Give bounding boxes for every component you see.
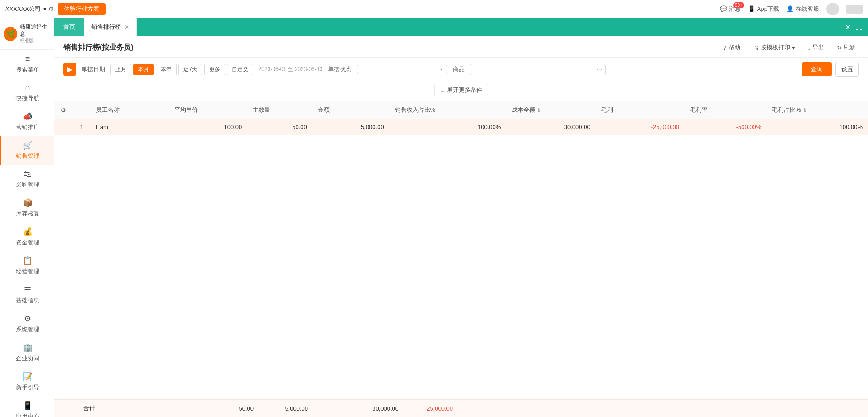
date-btn-more[interactable]: 更多 (204, 64, 225, 75)
cost-info-icon[interactable]: ℹ (538, 107, 540, 113)
filter-expand-arrow[interactable]: ▶ (63, 63, 76, 76)
table-footer: 合计 50.00 5,000.00 30,000.00 -25,000.00 (54, 399, 868, 417)
status-label: 单据状态 (328, 65, 351, 73)
online-service-btn[interactable]: 👤 在线客服 (786, 5, 819, 13)
date-btn-this-year[interactable]: 本年 (156, 64, 177, 75)
date-btn-last-month[interactable]: 上月 (110, 64, 131, 75)
tab-bar: 首页 销售排行榜 ✕ ✕ ⛶ (54, 18, 868, 36)
filter-row-1: ▶ 单据日期 上月 本月 本年 近7天 更多 自定义 2023-06-01 至 … (63, 62, 859, 77)
quick-nav-icon: ⌂ (25, 83, 30, 92)
tab-home[interactable]: 首页 (54, 18, 84, 36)
basic-info-icon: ☰ (24, 285, 31, 295)
date-btn-custom[interactable]: 自定义 (227, 64, 253, 75)
app-download-btn[interactable]: 📱 App下载 (748, 5, 779, 13)
col-settings[interactable]: ⚙ (54, 101, 72, 119)
print-dropdown-icon: ▾ (792, 44, 795, 51)
sidebar-item-enterprise[interactable]: 🏢 企业协同 (0, 338, 54, 367)
print-btn[interactable]: 🖨 按模板打印 ▾ (749, 42, 799, 53)
sidebar-item-label: 库存核算 (16, 210, 39, 218)
sidebar-item-label: 营销推广 (16, 123, 39, 131)
sidebar-item-marketing[interactable]: 📣 营销推广 (0, 107, 54, 136)
cell-settings (54, 119, 72, 135)
gross-pct-info-icon[interactable]: ℹ (804, 107, 806, 113)
sidebar-item-inventory[interactable]: 📦 库存核算 (0, 193, 54, 222)
refresh-icon: ↻ (837, 44, 842, 51)
sidebar-item-quick-nav[interactable]: ⌂ 快捷导航 (0, 78, 54, 107)
footer-cost: 30,000.00 (350, 405, 404, 412)
cell-rank: 1 (72, 119, 91, 135)
search-order-icon: ≡ (25, 54, 30, 64)
sidebar-item-system[interactable]: ⚙ 系统管理 (0, 309, 54, 338)
sidebar-item-basic-info[interactable]: ☰ 基础信息 (0, 280, 54, 309)
guide-icon: 📝 (23, 372, 33, 382)
date-btn-this-month[interactable]: 本月 (133, 64, 154, 75)
company-dropdown-icon: ▾ (43, 5, 47, 12)
footer-label: 合计 (78, 404, 168, 412)
tab-close-icon[interactable]: ✕ (125, 24, 129, 30)
app-center-icon: 📱 (23, 401, 33, 411)
company-name: XXXXXX公司 (5, 5, 41, 13)
cell-qty: 50.00 (247, 119, 312, 135)
user-name[interactable] (846, 5, 863, 14)
tab-minimize-btn[interactable]: ✕ (843, 21, 853, 34)
export-btn[interactable]: ↓ 导出 (804, 42, 828, 53)
sidebar-logo: 🌿 畅康通好生意 标准版 (0, 18, 54, 50)
sidebar-item-label: 经营管理 (16, 268, 39, 276)
sidebar-item-label: 搜索菜单 (16, 66, 39, 74)
col-sales-pct: 销售收入占比% (389, 101, 507, 119)
expand-more-btn[interactable]: ⌄ 展开更多条件 (434, 84, 488, 96)
goods-input-wrap: ··· (470, 64, 606, 75)
goods-label: 商品 (453, 65, 465, 73)
date-label: 单据日期 (82, 65, 105, 73)
sidebar-item-purchase[interactable]: 🛍 采购管理 (0, 165, 54, 193)
table-row: 1 Eam 100.00 50.00 5,000.00 100.00% 30,0… (54, 119, 868, 135)
logo-text: 畅康通好生意 标准版 (20, 24, 50, 44)
status-select[interactable]: ▾ (357, 65, 447, 74)
enterprise-icon: 🏢 (23, 343, 33, 353)
sidebar-item-label: 新手引导 (16, 383, 39, 392)
service-icon: 👤 (786, 5, 794, 12)
tab-sales-ranking[interactable]: 销售排行榜 ✕ (84, 18, 137, 36)
message-btn[interactable]: 💬 消息 99+ (720, 5, 741, 13)
date-range-display: 2023-06-01 至 2023-06-30 (259, 66, 322, 73)
tab-maximize-btn[interactable]: ⛶ (854, 21, 864, 33)
help-btn[interactable]: ? 帮助 (719, 42, 743, 53)
trial-button[interactable]: 体验行业方案 (58, 3, 106, 15)
goods-dots[interactable]: ··· (596, 65, 602, 73)
system-icon: ⚙ (24, 314, 31, 324)
cell-sales-pct: 100.00% (389, 119, 507, 135)
sidebar-item-app-center[interactable]: 📱 应用中心 (0, 396, 54, 417)
settings-button[interactable]: 设置 (835, 62, 859, 77)
gear-icon[interactable]: ⚙ (48, 5, 54, 12)
sidebar-item-guide[interactable]: 📝 新手引导 (0, 367, 54, 396)
date-buttons: 上月 本月 本年 近7天 更多 自定义 (110, 64, 253, 75)
user-avatar[interactable] (826, 3, 839, 15)
purchase-icon: 🛍 (24, 169, 32, 179)
top-bar: XXXXXX公司 ▾ ⚙ 体验行业方案 💬 消息 99+ 📱 App下载 👤 在… (0, 0, 868, 18)
col-gross-rate: 毛利率 (685, 101, 767, 119)
cell-cost: 30,000.00 (506, 119, 595, 135)
date-btn-7days[interactable]: 近7天 (178, 64, 202, 75)
sidebar-item-sales[interactable]: 🛒 销售管理 (0, 136, 54, 165)
content-area: 首页 销售排行榜 ✕ ✕ ⛶ 销售排行榜(按业务员) ? 帮助 🖨 (54, 18, 868, 417)
sidebar-item-operations[interactable]: 📋 经营管理 (0, 251, 54, 280)
expand-down-icon: ⌄ (440, 87, 445, 94)
cell-name: Eam (91, 119, 169, 135)
sidebar-item-finance[interactable]: 💰 资金管理 (0, 222, 54, 251)
sidebar-item-search-order[interactable]: ≡ 搜索菜单 (0, 50, 54, 78)
sidebar-item-label: 系统管理 (16, 326, 39, 334)
sales-table: ⚙ 员工名称 平均单价 主数量 金额 销售收入占比% 成本全额 ℹ 毛利 毛利率… (54, 101, 868, 135)
company-selector[interactable]: XXXXXX公司 ▾ (5, 5, 47, 13)
col-amount: 金额 (312, 101, 389, 119)
finance-icon: 💰 (23, 227, 33, 237)
logo-title: 畅康通好生意 (20, 24, 50, 38)
operations-icon: 📋 (23, 256, 33, 266)
col-gross: 毛利 (596, 101, 685, 119)
inventory-icon: 📦 (23, 198, 33, 208)
goods-input[interactable] (470, 64, 606, 75)
top-bar-right: 💬 消息 99+ 📱 App下载 👤 在线客服 (720, 3, 863, 15)
refresh-btn[interactable]: ↻ 刷新 (833, 42, 859, 53)
query-button[interactable]: 查询 (802, 62, 832, 76)
sidebar-item-label: 销售管理 (16, 152, 39, 160)
cell-gross: -25,000.00 (596, 119, 685, 135)
